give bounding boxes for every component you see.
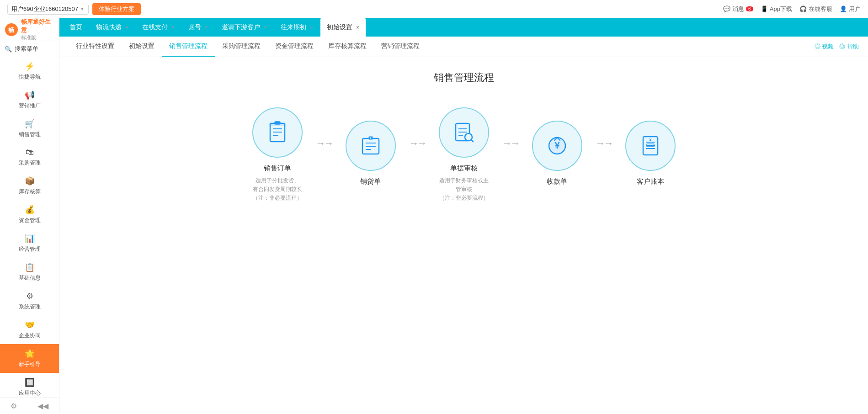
nav-tab-label: 在线支付 <box>142 23 168 32</box>
content-area: 行业特性设置初始设置销售管理流程采购管理流程资金管理流程库存核算流程营销管理流程… <box>59 37 868 414</box>
customer-account-icon: ¥ <box>638 133 663 159</box>
close-icon[interactable]: × <box>310 24 313 31</box>
sys-mgmt-icon: ⚙ <box>26 291 33 301</box>
operations-mgmt-icon: 📊 <box>25 234 35 244</box>
sidebar-item-label-new-guide: 新手引导 <box>19 361 41 368</box>
sidebar-item-label-sys-mgmt: 系统管理 <box>19 303 41 311</box>
sub-tab-库存核算流程[interactable]: 库存核算流程 <box>321 37 374 57</box>
user-selector[interactable]: 用户690企业1660120507 ▼ <box>7 4 89 15</box>
sidebar-nav: ⚡ 快捷导航 📢 营销推广 🛒 销售管理 🛍 采购管理 📦 库存核算 💰 资金管… <box>0 57 59 398</box>
svg-text:¥: ¥ <box>649 138 651 142</box>
close-icon[interactable]: × <box>125 24 128 31</box>
nav-tab-label: 物流快递 <box>96 23 122 32</box>
app-icon: 📱 <box>761 5 768 12</box>
avatar-icon: 👤 <box>840 5 847 12</box>
search-icon: 🔍 <box>5 46 12 53</box>
video-link[interactable]: ◎ 视频 <box>815 42 834 51</box>
nav-tab-往来期初[interactable]: 往来期初× <box>274 18 320 37</box>
help-link[interactable]: ◎ 帮助 <box>839 42 859 51</box>
sidebar-item-label-quick-nav: 快捷导航 <box>19 73 41 81</box>
sub-tab-采购管理流程[interactable]: 采购管理流程 <box>215 37 268 57</box>
svg-text:¥: ¥ <box>554 140 560 150</box>
nav-tab-初始设置[interactable]: 初始设置× <box>320 18 366 37</box>
sub-tab-资金管理流程[interactable]: 资金管理流程 <box>268 37 321 57</box>
flow-arrow-1: →→ <box>316 138 332 172</box>
sidebar-item-label-inventory: 库存核算 <box>19 188 41 196</box>
new-guide-icon: 🌟 <box>25 349 35 359</box>
app-download-item[interactable]: 📱 App下载 <box>761 5 792 13</box>
marketing-promo-icon: 📢 <box>25 90 35 100</box>
quick-nav-icon: ⚡ <box>25 61 35 71</box>
sidebar-search[interactable]: 🔍 搜索菜单 <box>0 41 59 57</box>
sub-tab-初始设置[interactable]: 初始设置 <box>122 37 162 57</box>
collapse-icon[interactable]: ◀◀ <box>37 402 48 410</box>
sidebar: 畅 畅库通好生意 标准版 🔍 搜索菜单 ⚡ 快捷导航 📢 营销推广 🛒 销售管理… <box>0 18 59 414</box>
close-icon[interactable]: × <box>171 24 175 31</box>
nav-tab-账号[interactable]: 账号× <box>182 18 214 37</box>
nav-tabs-bar: 首页物流快递×在线支付×账号×邀请下游客户×往来期初×初始设置× <box>59 18 868 37</box>
message-badge: 6 <box>746 6 753 11</box>
sub-tabs: 行业特性设置初始设置销售管理流程采购管理流程资金管理流程库存核算流程营销管理流程… <box>59 37 868 57</box>
page-title: 销售管理流程 <box>434 71 494 85</box>
service-label: 在线客服 <box>809 5 832 13</box>
nav-tab-label: 账号 <box>188 23 201 32</box>
logo-sub: 标准版 <box>21 34 54 41</box>
service-icon: 🎧 <box>799 5 807 12</box>
sidebar-item-basic-info[interactable]: 📋 基础信息 <box>0 258 59 287</box>
nav-tab-label: 初始设置 <box>327 23 352 32</box>
flow-step-name-customer-account: 客户账本 <box>637 177 664 186</box>
flow-arrow-3: →→ <box>502 138 519 172</box>
sub-tab-行业特性设置[interactable]: 行业特性设置 <box>69 37 122 57</box>
flow-circle-receipt: ¥ <box>532 121 582 171</box>
message-item[interactable]: 💬 消息 6 <box>723 5 753 13</box>
sidebar-item-purchase-mgmt[interactable]: 🛍 采购管理 <box>0 143 59 171</box>
svg-text:畅: 畅 <box>8 26 14 33</box>
settings-icon[interactable]: ⚙ <box>11 402 17 410</box>
page-content: 销售管理流程 <box>59 57 868 414</box>
app-center-icon: 🔲 <box>25 377 35 387</box>
sidebar-item-finance-mgmt[interactable]: 💰 资金管理 <box>0 200 59 229</box>
close-icon[interactable]: × <box>264 24 267 31</box>
sidebar-item-enterprise-collab[interactable]: 🤝 企业协同 <box>0 315 59 344</box>
sidebar-item-operations-mgmt[interactable]: 📊 经营管理 <box>0 229 59 258</box>
sidebar-item-inventory[interactable]: 📦 库存核算 <box>0 171 59 200</box>
chevron-down-icon: ▼ <box>80 6 85 11</box>
sidebar-item-marketing-promo[interactable]: 📢 营销推广 <box>0 85 59 114</box>
nav-tab-首页[interactable]: 首页 <box>63 18 89 37</box>
sub-tabs-right: ◎ 视频 ◎ 帮助 <box>815 42 859 51</box>
logo-icon: 畅 <box>5 22 18 37</box>
sidebar-item-label-enterprise-collab: 企业协同 <box>19 332 41 340</box>
flow-circle-sales-invoice <box>346 121 396 171</box>
sidebar-item-quick-nav[interactable]: ⚡ 快捷导航 <box>0 57 59 85</box>
svg-rect-7 <box>275 122 280 124</box>
service-item[interactable]: 🎧 在线客服 <box>799 5 832 13</box>
nav-tab-label: 首页 <box>69 23 82 32</box>
flow-step-sales-invoice: 销货单 <box>334 121 407 190</box>
message-icon: 💬 <box>723 5 730 12</box>
sidebar-item-sales-mgmt[interactable]: 🛒 销售管理 <box>0 114 59 143</box>
user-avatar-item[interactable]: 👤 用户 <box>840 5 861 13</box>
sales-order-icon <box>265 120 290 145</box>
sidebar-item-sys-mgmt[interactable]: ⚙ 系统管理 <box>0 287 59 315</box>
svg-point-12 <box>370 137 371 138</box>
nav-tab-在线支付[interactable]: 在线支付× <box>136 18 181 37</box>
sidebar-item-label-marketing-promo: 营销推广 <box>19 102 41 110</box>
basic-info-icon: 📋 <box>25 262 35 272</box>
finance-mgmt-icon: 💰 <box>25 205 35 215</box>
nav-tab-邀请下游客户[interactable]: 邀请下游客户× <box>215 18 273 37</box>
svg-line-18 <box>471 140 473 142</box>
experience-btn[interactable]: 体验行业方案 <box>92 3 141 15</box>
nav-tab-物流快递[interactable]: 物流快递× <box>90 18 135 37</box>
sidebar-item-app-center[interactable]: 🔲 应用中心 <box>0 373 59 398</box>
search-label: 搜索菜单 <box>15 45 38 53</box>
flow-step-sales-order: 销售订单 适用于分批发货、 有合同发货周期较长 （注：非必要流程） <box>241 107 314 203</box>
sub-tabs-left: 行业特性设置初始设置销售管理流程采购管理流程资金管理流程库存核算流程营销管理流程 <box>69 37 427 57</box>
sub-tab-营销管理流程[interactable]: 营销管理流程 <box>374 37 427 57</box>
close-icon[interactable]: × <box>205 24 208 31</box>
purchase-mgmt-icon: 🛍 <box>26 148 34 157</box>
close-icon[interactable]: × <box>356 24 359 31</box>
sidebar-item-label-operations-mgmt: 经营管理 <box>19 245 41 253</box>
sidebar-item-new-guide[interactable]: 🌟 新手引导 <box>0 344 59 373</box>
sidebar-item-label-basic-info: 基础信息 <box>19 274 41 282</box>
sub-tab-销售管理流程[interactable]: 销售管理流程 <box>162 37 215 57</box>
